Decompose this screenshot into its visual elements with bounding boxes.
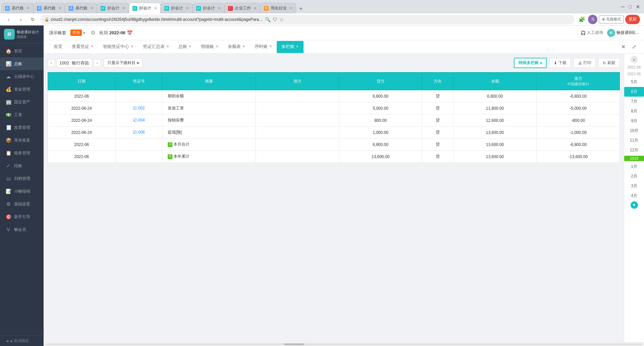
horizontal-scrollbar[interactable] <box>44 342 644 346</box>
account-code-label[interactable]: 1002 银行存款 <box>56 59 92 67</box>
new-tab-button[interactable]: + <box>296 4 306 13</box>
tab-detail-ledger[interactable]: 明细账 ✕ <box>196 41 223 53</box>
next-account-button[interactable]: › <box>94 59 101 67</box>
timeline-nav-up[interactable]: ▲ <box>631 56 638 63</box>
browser-tab-5[interactable]: 好 好会计 ✕ <box>161 3 193 13</box>
tab-home[interactable]: 首页 <box>49 41 67 53</box>
sidebar-item-inventory[interactable]: 📦 库存核算 <box>0 134 44 147</box>
timeline-month-12[interactable]: 12月 <box>624 145 644 155</box>
tab-close-5[interactable]: ✕ <box>186 6 189 10</box>
stealth-mode-button[interactable]: 👁 无痕模式 <box>599 15 624 23</box>
tab-voucher-summary-close[interactable]: ✕ <box>166 44 169 49</box>
filter-dropdown[interactable]: 只显示下级科目 ▾ <box>104 58 143 67</box>
tab-close-4[interactable]: ✕ <box>154 6 157 10</box>
download-button[interactable]: ⬇ 下载 <box>549 58 571 68</box>
tab-view-voucher-close[interactable]: ✕ <box>91 44 94 49</box>
forward-button[interactable]: › <box>16 15 25 24</box>
prev-account-button[interactable]: ‹ <box>48 59 55 67</box>
timeline-month-9[interactable]: 9月 <box>624 116 644 126</box>
sidebar-item-tax[interactable]: 📋 税务管理 <box>0 147 44 159</box>
close-all-tabs-button[interactable]: ✕ <box>619 42 628 52</box>
browser-user-button[interactable]: 无 <box>588 15 597 24</box>
tab-smart-voucher-close[interactable]: ✕ <box>130 44 133 49</box>
tab-multi-column-close[interactable]: ✕ <box>296 44 299 49</box>
browser-tab-3[interactable]: 好 好会计 ✕ <box>97 3 129 13</box>
tab-detail-ledger-close[interactable]: ✕ <box>215 44 218 49</box>
tab-voucher-summary[interactable]: 凭证汇总表 ✕ <box>138 41 174 53</box>
browser-tab-0[interactable]: 易 易代账 ✕ <box>1 3 33 13</box>
sidebar-item-cloud[interactable]: ☁ 云报表中心 <box>0 70 44 83</box>
browser-tab-4[interactable]: 好 好会计 ✕ <box>129 3 161 13</box>
sidebar-item-assets[interactable]: 🏢 固定资产 <box>0 96 44 108</box>
sidebar-unpin[interactable]: ◄◄ 取消固定 <box>0 335 44 346</box>
tab-close-3[interactable]: ✕ <box>122 6 125 10</box>
sidebar-item-salary[interactable]: 💵 工资 <box>0 108 44 121</box>
refresh-button[interactable]: ↻ 刷新 <box>598 58 620 68</box>
browser-tab-8[interactable]: 用 用友好业 ✕ <box>260 3 296 13</box>
tab-balance[interactable]: 余额表 ✕ <box>223 41 250 53</box>
tab-general-ledger[interactable]: 总账 ✕ <box>174 41 196 53</box>
timeline-nav-down[interactable]: ▼ <box>631 201 638 209</box>
sidebar-item-ledger[interactable]: 📊 总账 <box>0 57 44 70</box>
browser-tab-6[interactable]: 好 好会计 ✕ <box>193 3 224 13</box>
tab-close-2[interactable]: ✕ <box>90 6 93 10</box>
print-button[interactable]: 🖨 打印 <box>574 58 596 68</box>
sidebar-item-member[interactable]: V 畅会员 <box>0 223 44 236</box>
maximize-icon[interactable]: □ <box>628 4 633 9</box>
browser-tab-2[interactable]: 易 易代账 ✕ <box>65 3 97 13</box>
sidebar-item-invoice[interactable]: 🧾 发票管理 <box>0 121 44 134</box>
refresh-nav-button[interactable]: ↻ <box>28 15 38 24</box>
tab-multi-column[interactable]: 多栏账 ✕ <box>277 41 304 53</box>
sidebar-item-expense[interactable]: 📝 小畅报销 <box>0 185 44 198</box>
timeline-month-11[interactable]: 11月 <box>624 136 644 145</box>
voucher-link-2[interactable]: 记-004 <box>133 118 145 122</box>
timeline-month-2[interactable]: 2月 <box>624 171 644 181</box>
tab-close-0[interactable]: ✕ <box>26 6 30 10</box>
minimize-icon[interactable]: ─ <box>620 4 626 10</box>
timeline-month-1[interactable]: 1月 <box>624 162 644 171</box>
voucher-link-3[interactable]: 记-006 <box>133 130 145 135</box>
timeline-month-4[interactable]: 4月 <box>624 191 644 201</box>
scroll-thumb[interactable] <box>284 343 304 345</box>
star-icon[interactable]: ☆ <box>279 17 284 22</box>
back-button[interactable]: ‹ <box>4 15 13 24</box>
settings-gear-icon[interactable]: ⚙ <box>91 30 95 36</box>
sidebar-item-guide[interactable]: 🎯 新手引导 <box>0 210 44 223</box>
update-button[interactable]: 更新 <box>625 15 640 24</box>
timeline-month-5[interactable]: 5月 <box>624 77 644 87</box>
sidebar-item-finance[interactable]: 💰 资金管理 <box>0 83 44 96</box>
sidebar-item-archive[interactable]: 🗂 归档管理 <box>0 172 44 185</box>
sidebar-item-home[interactable]: 🏠 首页 <box>0 45 44 57</box>
timeline-month-7[interactable]: 7月 <box>624 97 644 106</box>
timeline-month-10[interactable]: 10月 <box>624 126 644 136</box>
url-bar[interactable]: 🔒 cloud2.chanjet.com/accounting/uh26t264… <box>40 15 575 24</box>
shield-icon[interactable]: 🛡 <box>273 17 277 22</box>
tab-smart-voucher[interactable]: 智能凭证中心 ✕ <box>98 41 138 53</box>
browser-tab-1[interactable]: 易 易代账 ✕ <box>33 3 65 13</box>
timeline-month-3[interactable]: 3月 <box>624 181 644 191</box>
tab-journal[interactable]: 序时账 ✕ <box>250 41 277 53</box>
tab-view-voucher[interactable]: 查看凭证 ✕ <box>67 41 98 53</box>
tab-close-1[interactable]: ✕ <box>58 6 61 10</box>
timeline-month-8[interactable]: 8月 <box>624 106 644 116</box>
tab-balance-close[interactable]: ✕ <box>242 44 245 49</box>
extensions-icon[interactable]: 🧩 <box>577 16 587 22</box>
special-multi-btn[interactable]: 特殊多栏账 ▾ <box>514 58 547 68</box>
calendar-icon[interactable]: 📅 <box>127 30 132 36</box>
tab-journal-close[interactable]: ✕ <box>269 44 272 49</box>
sidebar-item-close[interactable]: ✓ 结账 <box>0 159 44 172</box>
sidebar-item-settings[interactable]: ⚙ 基础设置 <box>0 198 44 210</box>
sidebar-item-cloud-label: 云报表中心 <box>14 74 34 80</box>
maximize-tab-button[interactable]: ⤢ <box>629 42 639 52</box>
tab-close-7[interactable]: ✕ <box>254 6 257 10</box>
customer-service-btn[interactable]: 🎧 人工咨询 <box>581 30 603 36</box>
badge-dropdown-icon[interactable]: ▾ <box>83 31 85 35</box>
tab-close-6[interactable]: ✕ <box>218 6 221 10</box>
search-url-icon[interactable]: 🔍 <box>265 17 271 22</box>
timeline-month-6[interactable]: 6月 <box>624 87 644 97</box>
tab-general-ledger-close[interactable]: ✕ <box>189 44 192 49</box>
tab-close-8[interactable]: ✕ <box>289 6 292 10</box>
close-icon[interactable]: ✕ <box>634 4 641 10</box>
voucher-link-1[interactable]: 记-002 <box>133 106 145 110</box>
browser-tab-7[interactable]: C 企业工作 ✕ <box>224 3 260 13</box>
